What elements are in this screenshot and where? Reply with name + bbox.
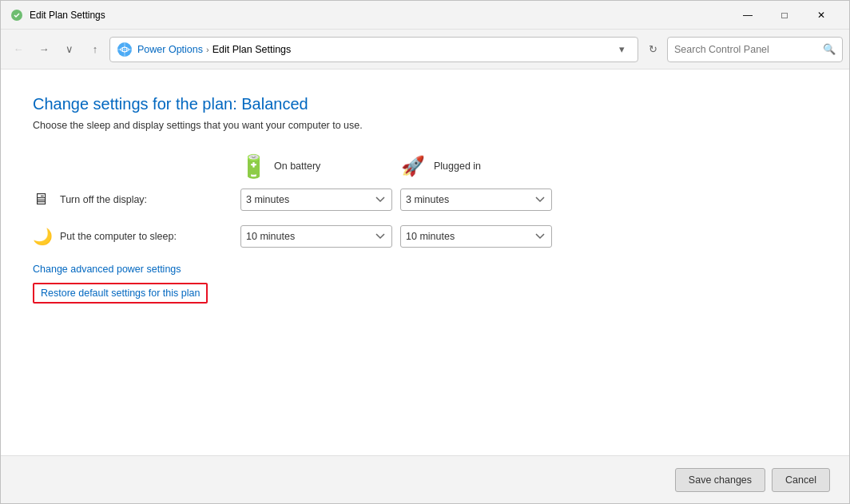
page-title: Change settings for the plan: Balanced (33, 95, 817, 113)
display-label-text: Turn off the display: (60, 194, 147, 205)
links-section: Change advanced power settings Restore d… (33, 264, 817, 312)
main-window: Edit Plan Settings — □ ✕ ← → ∨ ↑ (0, 0, 850, 504)
display-setting-row: 🖥 Turn off the display: 3 minutes 1 minu… (33, 189, 817, 211)
save-changes-button[interactable]: Save changes (675, 468, 765, 492)
window-controls: — □ ✕ (729, 1, 840, 30)
sleep-battery-select[interactable]: 10 minutes 1 minute 2 minutes 3 minutes … (240, 225, 392, 248)
plugged-column-header: 🚀 Plugged in (400, 153, 560, 179)
window-title: Edit Plan Settings (30, 10, 729, 21)
settings-header: 🔋 On battery 🚀 Plugged in (240, 153, 817, 179)
up-icon: ↑ (93, 43, 98, 55)
up-button[interactable]: ↑ (84, 38, 106, 61)
battery-column-label: On battery (274, 161, 320, 172)
cancel-button[interactable]: Cancel (772, 468, 830, 492)
plugged-column-label: Plugged in (434, 161, 481, 172)
display-plugged-select[interactable]: 3 minutes 1 minute 2 minutes 5 minutes 1… (400, 189, 552, 211)
sleep-label-text: Put the computer to sleep: (60, 231, 177, 242)
forward-icon: → (39, 43, 50, 55)
plugged-icon: 🚀 (400, 153, 426, 179)
nav-bar: ← → ∨ ↑ Power Options › Edit Plan (1, 30, 849, 69)
sleep-setting-label: 🌙 Put the computer to sleep: (33, 227, 240, 246)
page-subtitle: Choose the sleep and display settings th… (33, 120, 817, 131)
breadcrumb-parent[interactable]: Power Options (137, 44, 203, 55)
content-area: Change settings for the plan: Balanced C… (1, 69, 849, 455)
window-icon (10, 9, 23, 22)
maximize-button[interactable]: □ (766, 1, 803, 30)
refresh-button[interactable]: ↻ (641, 38, 664, 61)
sleep-setting-row: 🌙 Put the computer to sleep: 10 minutes … (33, 225, 817, 248)
battery-icon: 🔋 (240, 153, 266, 179)
search-input[interactable] (674, 44, 818, 55)
sleep-plugged-select[interactable]: 10 minutes 1 minute 2 minutes 3 minutes … (400, 225, 552, 248)
breadcrumb-current: Edit Plan Settings (212, 44, 292, 55)
display-setting-label: 🖥 Turn off the display: (33, 190, 240, 209)
minimize-button[interactable]: — (729, 1, 766, 30)
battery-column-header: 🔋 On battery (240, 153, 400, 179)
advanced-settings-link[interactable]: Change advanced power settings (33, 264, 817, 275)
moon-icon: 🌙 (33, 227, 52, 246)
refresh-icon: ↻ (649, 43, 657, 55)
address-dropdown-button[interactable]: ▾ (612, 40, 631, 59)
address-bar-icon (117, 42, 133, 58)
title-bar: Edit Plan Settings — □ ✕ (1, 1, 849, 30)
display-battery-select[interactable]: 3 minutes 1 minute 2 minutes 5 minutes 1… (240, 189, 392, 211)
restore-defaults-link[interactable]: Restore default settings for this plan (33, 283, 208, 304)
recent-locations-button[interactable]: ∨ (58, 38, 81, 61)
search-box: 🔍 (667, 37, 843, 62)
address-bar[interactable]: Power Options › Edit Plan Settings ▾ (109, 37, 638, 62)
breadcrumb-separator: › (206, 45, 209, 54)
back-button[interactable]: ← (7, 38, 30, 61)
monitor-icon: 🖥 (33, 190, 52, 209)
search-icon[interactable]: 🔍 (823, 43, 836, 55)
chevron-down-icon: ∨ (66, 43, 73, 55)
back-icon: ← (14, 43, 24, 55)
close-button[interactable]: ✕ (803, 1, 840, 30)
bottom-bar: Save changes Cancel (1, 455, 849, 503)
breadcrumb: Power Options › Edit Plan Settings (137, 44, 607, 55)
forward-button[interactable]: → (33, 38, 55, 61)
